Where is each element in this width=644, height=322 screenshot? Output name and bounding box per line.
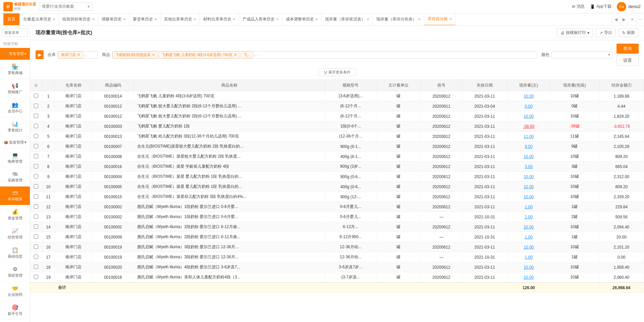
tab-6[interactable]: 材料出库单历史 ✕ (200, 13, 239, 25)
row-checkbox[interactable] (34, 174, 38, 178)
close-tab-4[interactable]: ✕ (154, 17, 157, 21)
nav-prev[interactable]: ◀ (612, 13, 620, 25)
tab-3[interactable]: 调拨单历史 ✕ (98, 13, 129, 25)
cell-checkbox[interactable] (30, 91, 42, 101)
cell-stock-main[interactable]: 10.00 (507, 242, 550, 252)
sidebar-item-member[interactable]: 👥 会员中心 (0, 98, 30, 117)
close-tab-6[interactable]: ✕ (233, 17, 235, 21)
sidebar-item-system[interactable]: ⚙ 系统管理 (0, 263, 30, 282)
sidebar-item-basic[interactable]: 📋 基础信息 (0, 244, 30, 263)
setting-button[interactable]: 设置 (616, 55, 639, 66)
product-more[interactable]: … (253, 52, 257, 57)
cell-stock-main[interactable]: 10.00 (507, 192, 550, 202)
row-checkbox[interactable] (34, 255, 38, 259)
tab-2[interactable]: 组装拆卸单历史 ✕ (59, 13, 98, 25)
cell-checkbox[interactable] (30, 242, 42, 252)
search-input[interactable] (2, 28, 28, 37)
tab-11[interactable]: 库存批次账 ✕ (424, 13, 455, 25)
print-button[interactable]: 🖨 按模板打印 ▾ (557, 28, 593, 37)
cell-checkbox[interactable] (30, 101, 42, 111)
close-tab-8[interactable]: ✕ (315, 17, 318, 21)
cell-checkbox[interactable] (30, 182, 42, 192)
nav-next[interactable]: ▶ (620, 13, 628, 25)
tab-5[interactable]: 其他出库单历史 ✕ (161, 13, 200, 25)
cell-stock-main[interactable]: 0.00 (507, 101, 550, 111)
cell-checkbox[interactable] (30, 131, 42, 142)
close-tab-9[interactable]: ✕ (367, 17, 369, 21)
tab-7[interactable]: 产成品入库单历史 ✕ (239, 13, 282, 25)
cell-stock-main[interactable]: 3.00 (507, 162, 550, 172)
row-checkbox[interactable] (34, 104, 38, 108)
export-button[interactable]: ↗ 导出 (596, 28, 616, 37)
refresh-button[interactable]: ↻ 刷新 (619, 28, 639, 37)
sidebar-item-retail-stats[interactable]: 📊 零售统计 (0, 117, 30, 137)
sidebar-item-app[interactable]: 📱 应用中心 (0, 320, 30, 322)
message-btn[interactable]: ✉ 消息 (572, 4, 585, 9)
nav-close-all[interactable]: ✕ (628, 13, 636, 25)
tab-4[interactable]: 要货单历史 ✕ (129, 13, 161, 25)
filter-expand-arrow[interactable]: ▶ (36, 50, 44, 59)
row-checkbox[interactable] (34, 194, 38, 199)
cell-checkbox[interactable] (30, 192, 42, 202)
color-dropdown-arrow[interactable]: ▾ (606, 52, 612, 57)
cell-stock-main[interactable]: 1.00 (507, 232, 550, 242)
close-tab-2[interactable]: ✕ (92, 17, 95, 21)
tab-home[interactable]: 首页 (3, 13, 20, 25)
query-button[interactable]: 查询 (616, 44, 639, 54)
cell-stock-main[interactable]: 1.00 (507, 202, 550, 212)
row-checkbox[interactable] (34, 144, 38, 148)
cell-checkbox[interactable] (30, 272, 42, 283)
cell-checkbox[interactable] (30, 111, 42, 121)
row-checkbox[interactable] (34, 224, 38, 229)
tab-10[interactable]: 现存量（库存分布表） ✕ (373, 13, 424, 25)
row-checkbox[interactable] (34, 275, 38, 279)
product-tag-2-close[interactable]: ✕ (234, 53, 237, 57)
color-filter-input[interactable]: ▾ (551, 51, 612, 58)
cell-checkbox[interactable] (30, 222, 42, 232)
cell-checkbox[interactable] (30, 142, 42, 152)
cell-stock-main[interactable]: 2.00 (507, 212, 550, 222)
cell-stock-main[interactable]: 10.00 (507, 91, 550, 101)
warehouse-more[interactable]: … (83, 52, 87, 57)
row-checkbox[interactable] (34, 234, 38, 239)
close-tab-1[interactable]: ✕ (53, 17, 55, 21)
close-tab-7[interactable]: ✕ (276, 17, 279, 21)
settings-icon[interactable]: ⚙ (34, 83, 38, 88)
tab-8[interactable]: 成本调整单历史 ✕ (282, 13, 322, 25)
org-selector[interactable]: 母婴行业演示账套 ▾ (39, 2, 93, 11)
sidebar-item-ecommerce[interactable]: 💻 电商管理 (0, 149, 30, 168)
sidebar-item-guide[interactable]: 🎯 新手引导 (0, 301, 30, 320)
sidebar-item-marketing[interactable]: 📢 营销推广 (0, 79, 30, 98)
cell-stock-main[interactable]: 10.00 (507, 152, 550, 162)
nav-more[interactable]: ⋯ (636, 13, 644, 25)
close-tab-10[interactable]: ✕ (418, 17, 421, 21)
tab-1[interactable]: 分量盘点单历史 ✕ (20, 13, 59, 25)
cell-checkbox[interactable] (30, 202, 42, 212)
sidebar-item-mall[interactable]: 🏪 零售商城 (0, 60, 30, 79)
close-tab-3[interactable]: ✕ (123, 17, 126, 21)
sidebar-item-collab[interactable]: 🤝 企业协同 (0, 282, 30, 301)
product-tag-1-close[interactable]: ✕ (152, 53, 155, 57)
cell-checkbox[interactable] (30, 172, 42, 182)
sidebar-item-finance[interactable]: 💰 资金管理 (0, 205, 30, 224)
cell-stock-main[interactable]: 10.00 (507, 111, 550, 121)
sidebar-item-biz[interactable]: 📈 经营管理 (0, 224, 30, 244)
sidebar-item-inventory[interactable]: 🗃 库存核算 (0, 186, 30, 205)
cell-stock-main[interactable]: 10.00 (507, 222, 550, 232)
row-checkbox[interactable] (34, 164, 38, 168)
sidebar-item-purchase[interactable]: 🛍 采购管理 (0, 168, 30, 186)
product-filter-input[interactable]: 飞鹤奶粉3段同措捉装 ✕ 飞鹤星飞帆 儿童奶粉 4段(3-6岁适用) 700克 … (112, 51, 537, 59)
cell-checkbox[interactable] (30, 262, 42, 272)
cell-checkbox[interactable] (30, 162, 42, 172)
row-checkbox[interactable] (34, 134, 38, 138)
row-checkbox[interactable] (34, 265, 38, 269)
row-checkbox[interactable] (34, 214, 38, 219)
row-checkbox[interactable] (34, 184, 38, 189)
cell-checkbox[interactable] (30, 232, 42, 242)
expand-button[interactable]: ⋁ 展开更多条件 (318, 68, 356, 76)
cell-stock-main[interactable]: 10.00 (507, 262, 550, 272)
app-download-btn[interactable]: 📱 App下载 (590, 4, 611, 9)
cell-stock-main[interactable]: 1.00 (507, 252, 550, 262)
row-checkbox[interactable] (34, 245, 38, 249)
close-tab-5[interactable]: ✕ (194, 17, 196, 21)
